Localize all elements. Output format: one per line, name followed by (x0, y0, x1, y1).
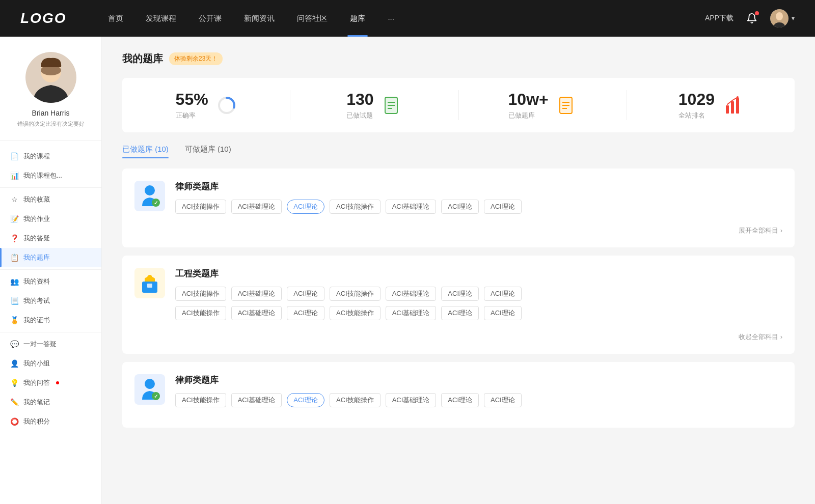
qa-icon: ❓ (10, 234, 18, 242)
exercises-icon (382, 95, 402, 116)
tag-eng-skill-1[interactable]: ACI技能操作 (175, 287, 226, 301)
stat-qbanks-label: 已做题库 (508, 111, 549, 120)
sidebar-item-questions[interactable]: 💡 我的问答 (0, 373, 101, 393)
qbank-3-icon: ✓ (134, 374, 165, 405)
sidebar-item-group[interactable]: 👤 我的小组 (0, 354, 101, 373)
points-icon: ⭕ (10, 417, 18, 426)
sidebar-label-notes: 我的笔记 (23, 398, 50, 407)
sidebar-item-qbank[interactable]: 📋 我的题库 (0, 248, 101, 267)
tab-done[interactable]: 已做题库 (10) (122, 145, 169, 158)
svg-point-22 (145, 185, 155, 195)
exam-icon: 📃 (10, 297, 18, 305)
stat-qbanks: 10w+ 已做题库 (459, 90, 627, 120)
svg-rect-19 (731, 101, 734, 114)
tag-eng2-skill-2[interactable]: ACI技能操作 (330, 306, 381, 320)
tag-eng2-theory-1[interactable]: ACI理论 (287, 306, 324, 320)
qbank-1-tags: ACI技能操作 ACI基础理论 ACI理论 ACI技能操作 ACI基础理论 AC… (175, 200, 782, 214)
tag-eng2-theory-3[interactable]: ACI理论 (484, 306, 522, 320)
sidebar-label-cert: 我的证书 (23, 316, 50, 325)
sidebar-label-1on1: 一对一答疑 (23, 340, 57, 349)
tag-eng2-theory-2[interactable]: ACI理论 (441, 306, 479, 320)
tag-law3-theory-2[interactable]: ACI理论 (441, 393, 479, 407)
sidebar-profile: Brian Harris 错误的决定比没有决定要好 (0, 37, 101, 138)
notification-btn[interactable] (744, 10, 760, 26)
stat-accuracy-value: 55% (176, 90, 208, 109)
tag-eng-basic-2[interactable]: ACI基础理论 (386, 287, 437, 301)
tag-aci-theory-3[interactable]: ACI理论 (484, 200, 522, 214)
nav-home[interactable]: 首页 (97, 0, 134, 37)
question-red-dot (56, 381, 59, 384)
tag-law3-theory-active[interactable]: ACI理论 (287, 393, 324, 407)
sidebar-item-favorites[interactable]: ☆ 我的收藏 (0, 190, 101, 209)
sidebar-label-my-courses: 我的课程 (23, 152, 50, 161)
tag-eng-theory-3[interactable]: ACI理论 (484, 287, 522, 301)
sidebar: Brian Harris 错误的决定比没有决定要好 📄 我的课程 📊 我的课程包… (0, 37, 102, 504)
tab-todo[interactable]: 可做题库 (10) (185, 145, 231, 158)
expand-link-1[interactable]: 展开全部科目 › (134, 222, 782, 235)
sidebar-item-notes[interactable]: ✏️ 我的笔记 (0, 393, 101, 412)
nav-qa[interactable]: 问答社区 (286, 0, 339, 37)
stat-rank: 1029 全站排名 (627, 90, 795, 120)
tag-eng-basic-1[interactable]: ACI基础理论 (231, 287, 282, 301)
svg-point-28 (145, 379, 155, 389)
tag-aci-theory-2[interactable]: ACI理论 (441, 200, 479, 214)
tag-law3-skill-1[interactable]: ACI技能操作 (175, 393, 226, 407)
tag-law3-basic-2[interactable]: ACI基础理论 (386, 393, 437, 407)
nav-menu: 首页 发现课程 公开课 新闻资讯 问答社区 题库 ··· (97, 0, 705, 37)
sidebar-item-my-courses[interactable]: 📄 我的课程 (0, 147, 101, 166)
qbank-tabs: 已做题库 (10) 可做题库 (10) (122, 145, 795, 158)
qbank-2-tags-row1: ACI技能操作 ACI基础理论 ACI理论 ACI技能操作 ACI基础理论 AC… (175, 287, 782, 301)
main-content: 我的题库 体验剩余23天！ 55% 正确率 (102, 37, 815, 504)
svg-rect-27 (147, 284, 152, 288)
sidebar-label-questions: 我的问答 (23, 378, 50, 387)
tag-law3-skill-2[interactable]: ACI技能操作 (330, 393, 381, 407)
nav-discover[interactable]: 发现课程 (134, 0, 187, 37)
qbank-2-header: 工程类题库 ACI技能操作 ACI基础理论 ACI理论 ACI技能操作 ACI基… (134, 268, 782, 320)
qbank-3-title: 律师类题库 (175, 374, 782, 386)
sidebar-label-homework: 我的作业 (23, 214, 50, 223)
sidebar-menu: 📄 我的课程 📊 我的课程包... ☆ 我的收藏 📝 我的作业 ❓ 我的答疑 � (0, 143, 101, 435)
svg-rect-20 (736, 98, 739, 114)
tag-aci-basic-1[interactable]: ACI基础理论 (231, 200, 282, 214)
nav-qbank[interactable]: 题库 (339, 0, 376, 37)
tag-aci-basic-2[interactable]: ACI基础理论 (386, 200, 437, 214)
stat-exercises-text: 130 已做试题 (346, 90, 373, 120)
qbank-3-tags: ACI技能操作 ACI基础理论 ACI理论 ACI技能操作 ACI基础理论 AC… (175, 393, 782, 407)
nav-open-course[interactable]: 公开课 (187, 0, 233, 37)
qbanks-icon (557, 95, 577, 116)
tag-law3-basic-1[interactable]: ACI基础理论 (231, 393, 282, 407)
tag-eng2-skill-1[interactable]: ACI技能操作 (175, 306, 226, 320)
logo[interactable]: LOGO (20, 10, 66, 26)
sidebar-item-course-pkg[interactable]: 📊 我的课程包... (0, 166, 101, 185)
app-download-btn[interactable]: APP下载 (705, 14, 734, 23)
nav-more[interactable]: ··· (376, 0, 405, 37)
sidebar-label-course-pkg: 我的课程包... (23, 171, 62, 180)
tag-eng-theory-2[interactable]: ACI理论 (441, 287, 479, 301)
sidebar-item-homework[interactable]: 📝 我的作业 (0, 209, 101, 229)
sidebar-item-qa[interactable]: ❓ 我的答疑 (0, 229, 101, 248)
notification-dot (755, 11, 759, 15)
sidebar-item-1on1[interactable]: 💬 一对一答疑 (0, 334, 101, 354)
tag-eng-theory-1[interactable]: ACI理论 (287, 287, 324, 301)
tag-eng-skill-2[interactable]: ACI技能操作 (330, 287, 381, 301)
sidebar-item-materials[interactable]: 👥 我的资料 (0, 272, 101, 291)
sidebar-item-points[interactable]: ⭕ 我的积分 (0, 412, 101, 431)
tag-law3-theory-3[interactable]: ACI理论 (484, 393, 522, 407)
qbank-card-1: ✓ 律师类题库 ACI技能操作 ACI基础理论 ACI理论 ACI技能操作 AC… (122, 169, 795, 247)
tag-aci-skill-1[interactable]: ACI技能操作 (175, 200, 226, 214)
nav-news[interactable]: 新闻资讯 (233, 0, 286, 37)
homework-icon: 📝 (10, 215, 18, 223)
sidebar-item-cert[interactable]: 🏅 我的证书 (0, 311, 101, 330)
main-layout: Brian Harris 错误的决定比没有决定要好 📄 我的课程 📊 我的课程包… (0, 37, 815, 504)
tag-aci-theory-1-active[interactable]: ACI理论 (287, 200, 324, 214)
tag-aci-skill-2[interactable]: ACI技能操作 (330, 200, 381, 214)
stat-accuracy-label: 正确率 (176, 111, 208, 120)
profile-motto: 错误的决定比没有决定要好 (17, 120, 85, 128)
collapse-link-2[interactable]: 收起全部科目 › (134, 328, 782, 342)
sidebar-item-exam[interactable]: 📃 我的考试 (0, 291, 101, 311)
user-avatar-btn[interactable]: ▾ (770, 9, 795, 27)
tag-eng2-basic-1[interactable]: ACI基础理论 (231, 306, 282, 320)
profile-name: Brian Harris (32, 109, 70, 117)
qbank-2-tags-row2: ACI技能操作 ACI基础理论 ACI理论 ACI技能操作 ACI基础理论 AC… (175, 306, 782, 320)
tag-eng2-basic-2[interactable]: ACI基础理论 (386, 306, 437, 320)
